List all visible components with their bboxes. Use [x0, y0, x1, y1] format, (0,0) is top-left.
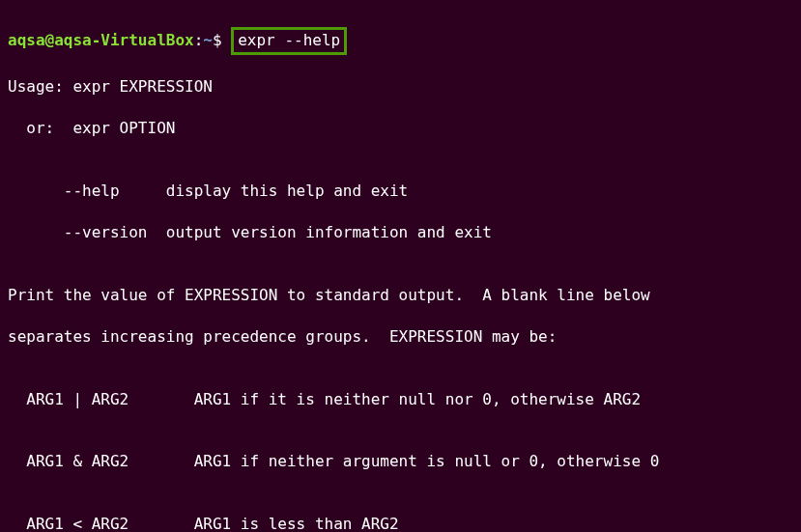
output-line: --version output version information and… — [8, 222, 793, 243]
command-highlight-box: expr --help — [231, 27, 347, 56]
output-line: ARG1 | ARG2 ARG1 if it is neither null n… — [8, 389, 793, 410]
prompt-dollar: $ — [213, 31, 231, 49]
output-line: --help display this help and exit — [8, 181, 793, 202]
output-line: Usage: expr EXPRESSION — [8, 76, 793, 98]
prompt-user: aqsa — [8, 31, 45, 49]
output-line: ARG1 & ARG2 ARG1 if neither argument is … — [8, 451, 793, 472]
output-line: or: expr OPTION — [8, 118, 793, 139]
terminal-window[interactable]: aqsa@aqsa-VirtualBox:~$ expr --help Usag… — [0, 0, 801, 532]
prompt-colon: : — [194, 31, 204, 49]
command-text: expr --help — [238, 31, 340, 49]
prompt-host: aqsa-VirtualBox — [54, 31, 194, 49]
prompt-path: ~ — [203, 31, 213, 49]
prompt-line: aqsa@aqsa-VirtualBox:~$ expr --help — [8, 27, 793, 56]
output-line: separates increasing precedence groups. … — [8, 326, 793, 348]
prompt-at: @ — [45, 31, 55, 49]
output-line: Print the value of EXPRESSION to standar… — [8, 285, 793, 306]
output-line: ARG1 < ARG2 ARG1 is less than ARG2 — [8, 514, 793, 532]
